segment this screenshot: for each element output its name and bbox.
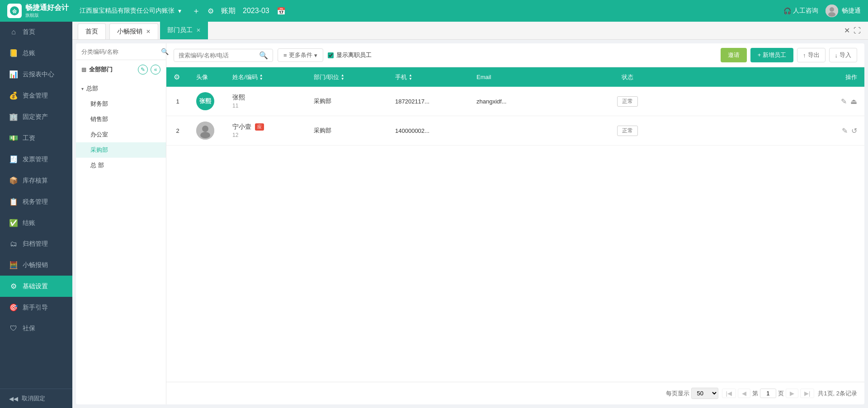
employee-search-input[interactable] bbox=[179, 52, 256, 59]
row-name-2: 宁小壹 应 12 bbox=[225, 116, 307, 145]
svg-point-6 bbox=[202, 126, 208, 132]
sidebar-item-closeout[interactable]: ✅ 结账 bbox=[0, 212, 72, 234]
sidebar-label-invoice: 发票管理 bbox=[23, 155, 48, 164]
sidebar-item-guide[interactable]: 🎯 新手引导 bbox=[0, 297, 72, 318]
dept-node-sales[interactable]: 销售部 bbox=[76, 112, 166, 127]
tab-maximize-button[interactable]: ⛶ bbox=[854, 27, 861, 35]
toolbar-right: 邀请 + 新增员工 ↑ 导出 ↓ 导入 bbox=[721, 48, 857, 62]
svg-point-7 bbox=[200, 132, 210, 138]
add-icon[interactable]: ＋ bbox=[192, 5, 200, 16]
dept-node-hq[interactable]: 总 部 bbox=[76, 158, 166, 173]
sidebar-unpin[interactable]: ◀◀ 取消固定 bbox=[0, 389, 72, 408]
dept-node-finance[interactable]: 财务部 bbox=[76, 96, 166, 112]
tab-expense[interactable]: 小畅报销 ✕ bbox=[109, 23, 158, 39]
sidebar-item-tax[interactable]: 📋 税务管理 bbox=[0, 191, 72, 212]
home-icon: ⌂ bbox=[9, 28, 18, 36]
col-name[interactable]: 姓名/编码 ▲▼ bbox=[225, 67, 307, 87]
invite-button[interactable]: 邀请 bbox=[721, 48, 747, 62]
sidebar-item-insurance[interactable]: 🛡 社保 bbox=[0, 318, 72, 339]
page-di-label: 第 bbox=[752, 389, 758, 398]
page-prev-button[interactable]: ◀ bbox=[738, 389, 750, 398]
export-button[interactable]: ↑ 导出 bbox=[797, 48, 826, 62]
employee-panel: 🔍 ≡ 更多条件 ▾ 显示离职员工 邀请 bbox=[166, 43, 864, 404]
page-size-label: 每页显示 bbox=[666, 389, 689, 398]
page-size-dropdown[interactable]: 10 20 50 100 bbox=[691, 388, 718, 399]
tab-home[interactable]: 首页 bbox=[78, 23, 106, 39]
page-last-button[interactable]: ▶| bbox=[800, 389, 814, 398]
company-selector[interactable]: 江西服宝精品有限责任公司内账张 ▾ bbox=[80, 7, 181, 15]
sidebar-item-invoice[interactable]: 🧾 发票管理 bbox=[0, 149, 72, 170]
page-content: 🔍 ⊞ 全部部门 ✎ « ▾ 总部 bbox=[76, 43, 864, 404]
sidebar-item-assets[interactable]: 🏢 固定资产 bbox=[0, 106, 72, 127]
service-area[interactable]: 🎧 人工咨询 bbox=[783, 7, 818, 15]
filter-dropdown-icon: ▾ bbox=[314, 52, 317, 59]
col-avatar: 头像 bbox=[189, 67, 225, 87]
period-value[interactable]: 2023-03 bbox=[243, 7, 269, 15]
sidebar-label-ledger: 总账 bbox=[23, 49, 35, 57]
avatar-2 bbox=[196, 122, 214, 140]
logo-text-area: 畅捷通好会计 旗舰版 bbox=[25, 3, 69, 18]
logout-button-1[interactable]: ⏏ bbox=[850, 97, 857, 106]
filter-button[interactable]: ≡ 更多条件 ▾ bbox=[278, 48, 323, 62]
sidebar-item-settings[interactable]: ⚙ 基础设置 bbox=[0, 276, 72, 297]
sidebar-item-reports[interactable]: 📊 云报表中心 bbox=[0, 64, 72, 85]
dept-node-office[interactable]: 办公室 bbox=[76, 127, 166, 142]
funds-icon: 💰 bbox=[9, 91, 18, 100]
sidebar: ⌂ 首页 📒 总账 📊 云报表中心 💰 资金管理 🏢 固定资产 💵 工资 🧾 发… bbox=[0, 22, 72, 408]
svg-text:会: 会 bbox=[12, 9, 17, 14]
edit-button-2[interactable]: ✎ bbox=[842, 127, 848, 135]
expense-icon: 🧮 bbox=[9, 261, 18, 269]
table-row: 2 bbox=[166, 116, 864, 145]
emp-code-1: 11 bbox=[232, 103, 299, 109]
top-bar-right: 🎧 人工咨询 畅捷通 bbox=[783, 5, 861, 17]
tabs-bar: 首页 小畅报销 ✕ 部门员工 ✕ ✕ ⛶ bbox=[72, 22, 868, 40]
sidebar-item-archive[interactable]: 🗂 归档管理 bbox=[0, 234, 72, 254]
dept-node-purchase[interactable]: 采购部 bbox=[76, 142, 166, 158]
sidebar-item-expense[interactable]: 🧮 小畅报销 bbox=[0, 254, 72, 276]
col-dept[interactable]: 部门/职位 ▲▼ bbox=[307, 67, 388, 87]
tab-dept-close-icon[interactable]: ✕ bbox=[196, 27, 201, 33]
page-input[interactable] bbox=[760, 389, 776, 398]
sidebar-item-inventory[interactable]: 📦 库存核算 bbox=[0, 170, 72, 191]
dept-node-parent[interactable]: ▾ 总部 bbox=[76, 81, 166, 96]
dept-node-label-finance: 财务部 bbox=[90, 100, 108, 108]
svg-point-3 bbox=[830, 7, 834, 12]
col-phone-label: 手机 bbox=[395, 73, 407, 81]
dropdown-arrow-icon: ▾ bbox=[178, 7, 181, 14]
page-first-button[interactable]: |◀ bbox=[722, 389, 736, 398]
add-employee-label: + 新增员工 bbox=[758, 52, 786, 58]
settings-icon[interactable]: ⚙ bbox=[208, 7, 214, 15]
sidebar-item-funds[interactable]: 💰 资金管理 bbox=[0, 85, 72, 106]
sidebar-label-insurance: 社保 bbox=[23, 324, 35, 333]
employee-search-icon[interactable]: 🔍 bbox=[259, 51, 268, 60]
row-index-2: 2 bbox=[166, 116, 189, 145]
tab-dept[interactable]: 部门员工 ✕ bbox=[160, 22, 208, 39]
row-name-1: 张熙 11 bbox=[225, 87, 307, 116]
user-area[interactable]: 畅捷通 bbox=[826, 5, 861, 17]
tab-expense-close-icon[interactable]: ✕ bbox=[146, 28, 151, 35]
logo-area: 会 畅捷通好会计 旗舰版 bbox=[7, 3, 80, 18]
calendar-icon[interactable]: 📅 bbox=[277, 7, 286, 15]
show-resigned-checkbox[interactable] bbox=[328, 52, 334, 58]
dept-collapse-button[interactable]: « bbox=[151, 65, 160, 75]
show-resigned-label[interactable]: 显示离职员工 bbox=[328, 51, 372, 59]
add-employee-button[interactable]: + 新增员工 bbox=[750, 48, 793, 62]
total-info: 共1页, 2条记录 bbox=[818, 389, 857, 398]
import-button[interactable]: ↓ 导入 bbox=[829, 48, 858, 62]
sidebar-item-home[interactable]: ⌂ 首页 bbox=[0, 22, 72, 42]
unpin-icon: ◀◀ bbox=[9, 395, 18, 402]
column-settings-button[interactable]: ⚙ bbox=[174, 73, 180, 81]
dept-edit-button[interactable]: ✎ bbox=[138, 65, 148, 75]
tab-close-window-button[interactable]: ✕ bbox=[844, 26, 850, 35]
page-next-button[interactable]: ▶ bbox=[786, 389, 798, 398]
row-email-2 bbox=[469, 116, 560, 145]
dept-search-input[interactable] bbox=[81, 48, 157, 55]
refresh-button-2[interactable]: ↺ bbox=[851, 127, 857, 135]
edit-button-1[interactable]: ✎ bbox=[841, 97, 847, 106]
col-phone[interactable]: 手机 ▲▼ bbox=[388, 67, 469, 87]
sidebar-item-salary[interactable]: 💵 工资 bbox=[0, 127, 72, 149]
archive-icon: 🗂 bbox=[9, 240, 18, 248]
sidebar-item-ledger[interactable]: 📒 总账 bbox=[0, 42, 72, 64]
dept-panel: 🔍 ⊞ 全部部门 ✎ « ▾ 总部 bbox=[76, 43, 166, 404]
employee-search-box: 🔍 bbox=[174, 49, 273, 62]
